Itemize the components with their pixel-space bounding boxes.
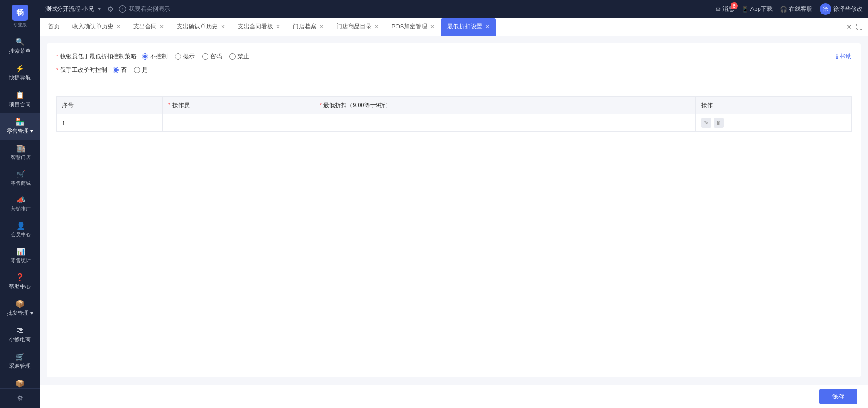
cell-seq-0: 1 (57, 114, 163, 132)
project-name: 测试分开流程-小兄 (45, 5, 94, 13)
sidebar-item-label-retail_mgmt: 零售管理 ▾ (7, 127, 33, 135)
strategy-radio-no_control[interactable] (142, 53, 148, 60)
tab-store_products[interactable]: 门店商品目录✕ (330, 18, 385, 36)
sidebar-item-ecommerce[interactable]: 🛍小畅电商 (0, 322, 40, 348)
tab-close-min_discount[interactable]: ✕ (485, 24, 490, 29)
tab-close-payment_board[interactable]: ✕ (276, 24, 280, 29)
strategy-label: 收银员低于最低折扣控制策略 (56, 52, 137, 61)
demo-label: 我要看实例演示 (129, 5, 170, 13)
message-badge: 8 (731, 2, 738, 9)
help-circle-icon: ℹ (836, 53, 838, 60)
sidebar-item-label-batch_mgmt: 批发管理 ▾ (7, 310, 33, 317)
topbar-demo-button[interactable]: ○ 我要看实例演示 (119, 5, 170, 13)
service-icon: 🎧 (780, 6, 787, 13)
sidebar-item-retail_stats[interactable]: 📊零售统计 (0, 243, 40, 268)
tab-payment_contract[interactable]: 支出合同✕ (127, 18, 170, 36)
topbar-project[interactable]: 测试分开流程-小兄 ▼ (45, 5, 102, 13)
tab-close-payment_confirm_history[interactable]: ✕ (221, 24, 225, 29)
tab-pos_encrypt[interactable]: POS加密管理✕ (385, 18, 441, 36)
help-button[interactable]: ℹ 帮助 (836, 52, 852, 61)
strategy-radio-password[interactable] (202, 53, 208, 60)
sidebar-item-batch_mgmt[interactable]: 📦批发管理 ▾ (0, 295, 40, 322)
sidebar-item-purchase_mgmt[interactable]: 🛒采购管理 (0, 348, 40, 375)
sidebar-item-member_center[interactable]: 👤会员中心 (0, 217, 40, 243)
manual-option-no[interactable]: 否 (113, 66, 127, 74)
download-icon: 📱 (741, 6, 749, 13)
manual-radio-no[interactable] (113, 67, 119, 73)
sidebar-nav: 🔍搜索菜单⚡快捷导航📋项目合同🏪零售管理 ▾🏬智慧门店🛒零售商城📣营销推广👤会员… (0, 33, 40, 388)
tab-label-home: 首页 (48, 23, 60, 31)
delete-icon-0[interactable]: 🗑 (714, 118, 724, 128)
strategy-radio-forbid[interactable] (229, 53, 236, 60)
topbar-message[interactable]: ✉ 消息 8 (716, 5, 734, 13)
action-icons-0: ✎ 🗑 (701, 118, 846, 128)
sidebar-item-project_contract[interactable]: 📋项目合同 (0, 86, 40, 113)
strategy-label-remind: 提示 (183, 52, 195, 61)
tab-label-pos_encrypt: POS加密管理 (392, 23, 427, 31)
tab-payment_board[interactable]: 支出合同看板✕ (231, 18, 287, 36)
topbar-customer-service[interactable]: 🎧 在线客服 (780, 5, 812, 13)
topbar-app-download[interactable]: 📱 App下载 (741, 5, 773, 13)
sidebar-item-label-help_center: 帮助中心 (9, 283, 31, 291)
message-icon: ✉ (716, 6, 721, 13)
sidebar-item-retail_mall[interactable]: 🛒零售商城 (0, 165, 40, 191)
cell-discount-0 (314, 114, 695, 132)
tab-expand-icon[interactable]: ⛶ (856, 23, 863, 31)
sidebar-item-search[interactable]: 🔍搜索菜单 (0, 33, 40, 60)
tab-label-store_products: 门店商品目录 (336, 23, 372, 31)
retail_mall-icon: 🛒 (16, 170, 25, 178)
topbar-user[interactable]: 徐 徐泽华修改 (820, 3, 863, 15)
tab-store_file[interactable]: 门店档案✕ (287, 18, 330, 36)
sidebar-item-help_center[interactable]: ❓帮助中心 (0, 268, 40, 295)
user-avatar: 徐 (820, 3, 831, 15)
save-button[interactable]: 保存 (819, 389, 857, 404)
tab-close-store_file[interactable]: ✕ (319, 24, 324, 29)
tab-min_discount[interactable]: 最低折扣设置✕ (441, 18, 496, 36)
manual-radio-group: 否是 (113, 66, 148, 74)
strategy-option-forbid[interactable]: 禁止 (229, 52, 249, 61)
sidebar-item-label-smart_store: 智慧门店 (11, 154, 31, 161)
tab-income_history[interactable]: 收入确认单历史✕ (66, 18, 127, 36)
sidebar-item-inventory[interactable]: 📦库存核算 (0, 375, 40, 388)
quicknav-icon: ⚡ (15, 64, 24, 73)
sidebar-item-label-search: 搜索菜单 (9, 47, 31, 55)
tab-label-income_history: 收入确认单历史 (72, 23, 113, 31)
tab-label-payment_board: 支出合同看板 (238, 23, 273, 31)
sidebar-footer-settings[interactable]: ⚙ (0, 388, 40, 408)
sidebar-item-marketing[interactable]: 📣营销推广 (0, 191, 40, 217)
form-section: ℹ 帮助 收银员低于最低折扣控制策略 不控制提示密码禁止 仅手工改价时控制 否是 (56, 52, 852, 87)
tab-home[interactable]: 首页 (42, 18, 66, 36)
tab-close-store_products[interactable]: ✕ (374, 24, 379, 29)
edit-icon-0[interactable]: ✎ (701, 118, 711, 128)
tab-close-all-icon[interactable]: ✕ (846, 23, 852, 31)
tab-payment_confirm_history[interactable]: 支出确认单历史✕ (170, 18, 231, 36)
manual-option-yes[interactable]: 是 (134, 66, 148, 74)
strategy-option-password[interactable]: 密码 (202, 52, 222, 61)
sidebar-item-label-ecommerce: 小畅电商 (9, 336, 31, 343)
app-download-label: App下载 (750, 5, 773, 13)
member_center-icon: 👤 (16, 221, 25, 230)
manual-label: 仅手工改价时控制 (56, 66, 107, 74)
manual-radio-yes[interactable] (134, 67, 140, 73)
sidebar-item-smart_store[interactable]: 🏬智慧门店 (0, 140, 40, 165)
sidebar-item-quicknav[interactable]: ⚡快捷导航 (0, 60, 40, 86)
content-card: ℹ 帮助 收银员低于最低折扣控制策略 不控制提示密码禁止 仅手工改价时控制 否是… (47, 43, 861, 377)
cell-operator-0 (162, 114, 314, 132)
purchase_mgmt-icon: 🛒 (15, 352, 24, 361)
sidebar-item-retail_mgmt[interactable]: 🏪零售管理 ▾ (0, 113, 40, 140)
strategy-label-password: 密码 (210, 52, 222, 61)
user-name: 徐泽华修改 (833, 5, 863, 13)
topbar-settings-button[interactable]: ⚙ (107, 5, 113, 14)
strategy-radio-remind[interactable] (175, 53, 181, 60)
strategy-option-no_control[interactable]: 不控制 (142, 52, 168, 61)
tab-close-payment_contract[interactable]: ✕ (160, 24, 164, 29)
tab-close-pos_encrypt[interactable]: ✕ (430, 24, 434, 29)
th-operator: 操作员 (162, 97, 314, 114)
tab-close-income_history[interactable]: ✕ (116, 24, 121, 29)
tab-label-min_discount: 最低折扣设置 (447, 23, 482, 31)
tabbar: 首页收入确认单历史✕支出合同✕支出确认单历史✕支出合同看板✕门店档案✕门店商品目… (40, 18, 868, 36)
tab-label-store_file: 门店档案 (293, 23, 316, 31)
strategy-option-remind[interactable]: 提示 (175, 52, 195, 61)
manual-row: 仅手工改价时控制 否是 (56, 66, 852, 74)
tab-label-payment_contract: 支出合同 (133, 23, 157, 31)
